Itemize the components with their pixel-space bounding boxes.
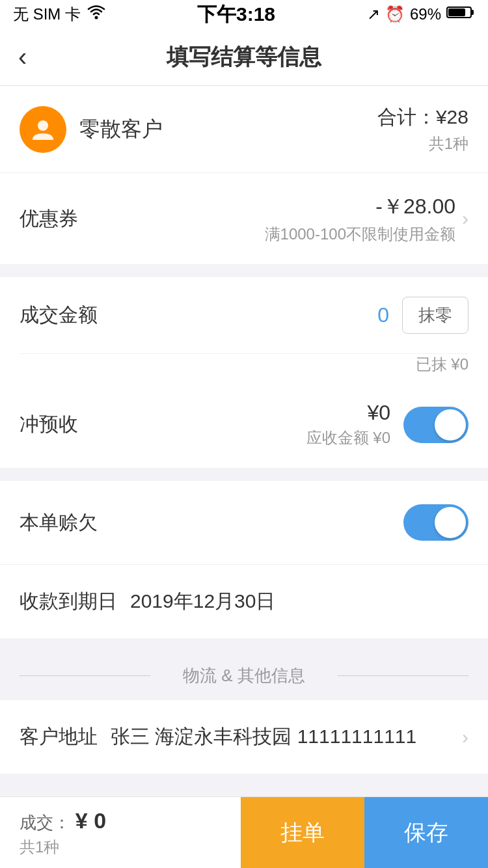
bottom-deal-amount: ¥ 0 <box>75 808 106 833</box>
customer-right: 合计：¥28 共1种 <box>377 104 468 154</box>
status-bar-time: 下午3:18 <box>197 1 275 28</box>
debt-label: 本单赊欠 <box>20 509 98 536</box>
address-label: 客户地址 <box>20 724 98 750</box>
customer-count: 共1种 <box>377 133 468 154</box>
nav-title: 填写结算等信息 <box>167 42 321 72</box>
due-date-label: 收款到期日 <box>20 588 117 615</box>
deal-section: 成交金额 0 抹零 已抹 ¥0 冲预收 ¥0 应收金额 ¥0 <box>0 277 488 468</box>
chevron-right-icon: › <box>462 208 468 230</box>
location-icon: ↗ <box>367 5 380 23</box>
prepay-amount-block: ¥0 应收金额 ¥0 <box>306 401 390 448</box>
bottom-deal-label: 成交： <box>20 813 70 832</box>
prepay-row: 冲预收 ¥0 应收金额 ¥0 <box>20 381 468 468</box>
logistics-line-right <box>338 675 468 676</box>
wifi-icon <box>87 5 105 23</box>
logistics-title: 物流 & 其他信息 <box>183 664 305 687</box>
nav-bar: ‹ 填写结算等信息 <box>0 29 488 86</box>
debt-section: 本单赊欠 收款到期日 2019年12月30日 <box>0 481 488 638</box>
svg-point-0 <box>95 16 98 20</box>
coupon-desc: 满1000-100不限制使用金额 <box>265 224 455 245</box>
svg-rect-3 <box>448 8 465 16</box>
customer-left: 零散客户 <box>20 106 163 153</box>
due-date-row: 收款到期日 2019年12月30日 <box>0 565 488 638</box>
logistics-line-left <box>20 675 150 676</box>
deal-amount-label: 成交金额 <box>20 302 98 329</box>
alarm-icon: ⏰ <box>385 5 405 23</box>
due-date-value: 2019年12月30日 <box>130 588 275 615</box>
coupon-label: 优惠券 <box>20 206 78 232</box>
coupon-amount: -￥28.00 <box>265 193 455 221</box>
customer-name: 零散客户 <box>79 115 163 144</box>
prepay-sub: 应收金额 ¥0 <box>306 427 390 448</box>
deal-amount-row: 成交金额 0 抹零 <box>20 277 468 354</box>
deal-amount-sub: 已抹 ¥0 <box>20 354 468 381</box>
prepay-toggle[interactable] <box>403 407 468 443</box>
address-section: 客户地址 张三 海淀永丰科技园 11111111111 › <box>0 700 488 774</box>
coupon-right-content: -￥28.00 满1000-100不限制使用金额 <box>265 193 455 245</box>
bottom-bar: 成交： ¥ 0 共1种 挂单 保存 <box>0 796 488 868</box>
status-bar: 无 SIM 卡 下午3:18 ↗ ⏰ 69% <box>0 0 488 29</box>
address-chevron-icon: › <box>462 726 468 748</box>
hang-order-button[interactable]: 挂单 <box>241 797 364 869</box>
customer-total: 合计：¥28 <box>377 104 468 131</box>
customer-avatar <box>20 106 66 153</box>
back-button[interactable]: ‹ <box>18 42 27 72</box>
sim-status: 无 SIM 卡 <box>13 4 81 25</box>
save-button[interactable]: 保存 <box>364 797 488 869</box>
logistics-header: 物流 & 其他信息 <box>0 651 488 700</box>
prepay-label: 冲预收 <box>20 411 78 438</box>
bottom-summary: 成交： ¥ 0 共1种 <box>0 808 241 858</box>
deal-amount-value: 0 <box>377 303 389 327</box>
battery-icon <box>446 5 475 23</box>
round-zero-button[interactable]: 抹零 <box>402 297 468 334</box>
bottom-deal-line: 成交： ¥ 0 <box>20 808 221 834</box>
customer-section: 零散客户 合计：¥28 共1种 优惠券 -￥28.00 满1000-100不限制… <box>0 86 488 264</box>
debt-row: 本单赊欠 <box>0 481 488 565</box>
prepay-amount: ¥0 <box>306 401 390 425</box>
debt-toggle[interactable] <box>403 504 468 541</box>
svg-rect-2 <box>471 10 474 15</box>
battery-percent: 69% <box>410 5 441 23</box>
address-value: 张三 海淀永丰科技园 11111111111 <box>111 724 462 750</box>
status-bar-left: 无 SIM 卡 <box>13 4 105 25</box>
status-bar-right: ↗ ⏰ 69% <box>367 5 475 23</box>
coupon-right: -￥28.00 满1000-100不限制使用金额 › <box>265 193 468 245</box>
deal-amount-right: 0 抹零 <box>377 297 468 334</box>
customer-row: 零散客户 合计：¥28 共1种 <box>0 86 488 172</box>
prepay-right: ¥0 应收金额 ¥0 <box>306 401 468 448</box>
coupon-row[interactable]: 优惠券 -￥28.00 满1000-100不限制使用金额 › <box>0 172 488 264</box>
svg-point-4 <box>38 120 48 131</box>
address-row[interactable]: 客户地址 张三 海淀永丰科技园 11111111111 › <box>0 700 488 774</box>
bottom-count: 共1种 <box>20 837 221 858</box>
